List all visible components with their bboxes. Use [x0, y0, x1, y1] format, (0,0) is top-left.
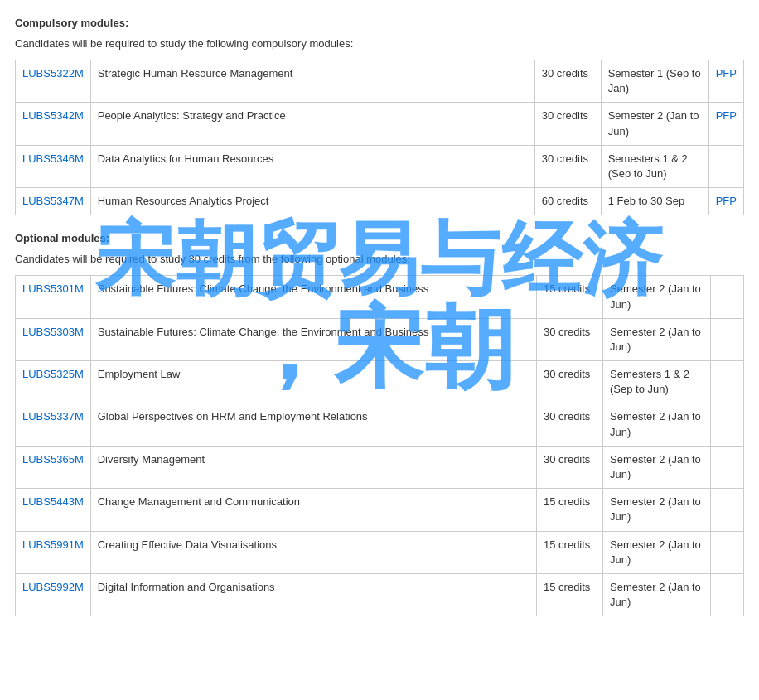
module-name: Strategic Human Resource Management [90, 60, 534, 103]
module-name: Employment Law [90, 361, 536, 403]
module-credits: 30 credits [534, 60, 601, 103]
module-credits: 15 credits [537, 573, 603, 616]
module-pfp-empty [711, 489, 744, 531]
module-timing: Semester 2 (Jan to Jun) [603, 531, 711, 573]
module-code-link[interactable]: LUBS5303M [22, 326, 84, 338]
module-pfp-empty [711, 276, 744, 318]
table-row: LUBS5337M Global Perspectives on HRM and… [16, 403, 744, 446]
module-name: Creating Effective Data Visualisations [90, 531, 536, 573]
module-credits: 30 credits [537, 318, 603, 360]
table-row: LUBS5325M Employment Law 30 credits Seme… [16, 361, 744, 403]
optional-section: Optional modules: Candidates will be req… [15, 232, 744, 616]
module-pfp-empty [711, 531, 744, 573]
module-credits: 60 credits [534, 188, 601, 215]
module-name: Diversity Management [90, 446, 536, 488]
module-code-link[interactable]: LUBS5347M [22, 195, 84, 207]
module-timing: Semesters 1 & 2 (Sep to Jun) [603, 361, 711, 403]
module-credits: 15 credits [537, 531, 603, 573]
table-row: LUBS5322M Strategic Human Resource Manag… [16, 60, 744, 103]
module-code-link[interactable]: LUBS5443M [22, 495, 84, 508]
module-code-link[interactable]: LUBS5301M [22, 282, 84, 295]
module-name: Digital Information and Organisations [90, 573, 536, 616]
module-name: Change Management and Communication [90, 489, 536, 531]
module-name: Human Resources Analytics Project [90, 188, 534, 215]
optional-title: Optional modules: [15, 232, 744, 244]
module-name: Global Perspectives on HRM and Employmen… [90, 403, 536, 446]
module-name: Sustainable Futures: Climate Change, the… [90, 276, 536, 318]
module-code-link[interactable]: LUBS5342M [22, 109, 84, 122]
module-pfp-empty [708, 145, 743, 187]
module-timing: Semester 2 (Jan to Jun) [603, 276, 711, 318]
module-code-link[interactable]: LUBS5325M [22, 368, 84, 380]
module-timing: Semester 1 (Sep to Jan) [601, 60, 708, 103]
module-timing: 1 Feb to 30 Sep [601, 188, 708, 215]
module-timing: Semester 2 (Jan to Jun) [603, 403, 711, 446]
module-pfp-empty [711, 318, 744, 360]
module-credits: 30 credits [537, 403, 603, 446]
module-pfp: PFP [708, 103, 743, 145]
module-timing: Semesters 1 & 2 (Sep to Jun) [601, 145, 708, 187]
compulsory-intro: Candidates will be required to study the… [15, 37, 744, 50]
table-row: LUBS5992M Digital Information and Organi… [16, 573, 744, 616]
table-row: LUBS5342M People Analytics: Strategy and… [16, 103, 744, 145]
module-credits: 15 credits [537, 276, 603, 318]
module-code-link[interactable]: LUBS5322M [22, 67, 84, 80]
module-pfp-empty [711, 361, 744, 403]
module-timing: Semester 2 (Jan to Jun) [603, 489, 711, 531]
module-name: Sustainable Futures: Climate Change, the… [90, 318, 536, 360]
module-code-link[interactable]: LUBS5365M [22, 453, 84, 466]
module-code-link[interactable]: LUBS5346M [22, 152, 84, 165]
optional-intro: Candidates will be required to study 30 … [15, 253, 744, 265]
module-timing: Semester 2 (Jan to Jun) [603, 318, 711, 360]
module-credits: 30 credits [537, 446, 603, 488]
table-row: LUBS5303M Sustainable Futures: Climate C… [16, 318, 744, 360]
compulsory-section: Compulsory modules: Candidates will be r… [15, 17, 744, 215]
module-credits: 30 credits [534, 145, 601, 187]
module-pfp-empty [711, 573, 744, 616]
module-pfp-empty [711, 403, 744, 446]
module-code-link[interactable]: LUBS5991M [22, 538, 84, 551]
module-name: Data Analytics for Human Resources [90, 145, 534, 187]
table-row: LUBS5443M Change Management and Communic… [16, 489, 744, 531]
module-code-link[interactable]: LUBS5337M [22, 410, 84, 422]
compulsory-title: Compulsory modules: [15, 17, 744, 29]
module-credits: 15 credits [537, 489, 603, 531]
module-credits: 30 credits [537, 361, 603, 403]
module-name: People Analytics: Strategy and Practice [90, 103, 534, 145]
module-pfp-empty [711, 446, 744, 488]
table-row: LUBS5301M Sustainable Futures: Climate C… [16, 276, 744, 318]
module-credits: 30 credits [534, 103, 601, 145]
table-row: LUBS5346M Data Analytics for Human Resou… [16, 145, 744, 187]
module-pfp: PFP [708, 60, 743, 103]
module-timing: Semester 2 (Jan to Jun) [603, 573, 711, 616]
module-timing: Semester 2 (Jan to Jun) [601, 103, 708, 145]
module-pfp: PFP [708, 188, 743, 215]
table-row: LUBS5991M Creating Effective Data Visual… [16, 531, 744, 573]
table-row: LUBS5347M Human Resources Analytics Proj… [16, 188, 744, 215]
compulsory-table: LUBS5322M Strategic Human Resource Manag… [15, 60, 744, 215]
module-code-link[interactable]: LUBS5992M [22, 581, 84, 593]
table-row: LUBS5365M Diversity Management 30 credit… [16, 446, 744, 488]
module-timing: Semester 2 (Jan to Jun) [603, 446, 711, 488]
optional-table: LUBS5301M Sustainable Futures: Climate C… [15, 275, 744, 616]
